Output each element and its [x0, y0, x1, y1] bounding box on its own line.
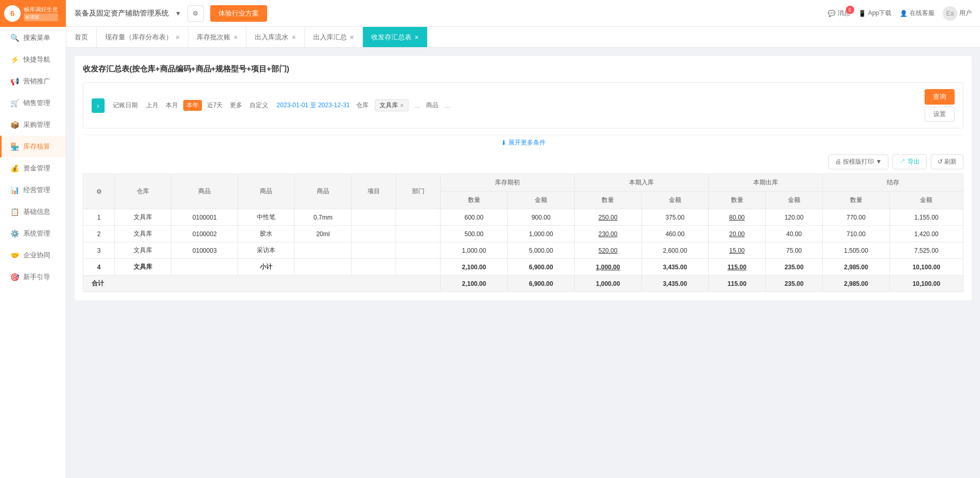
th-amt-open: 金额	[507, 192, 574, 209]
cell-code: 0100001	[171, 209, 238, 226]
sidebar-logo: 6 畅库调好生意 标准版	[0, 0, 66, 27]
cell-goods: 小计	[238, 259, 295, 276]
sidebar-icon-quick: ⚡	[10, 55, 19, 64]
sidebar-item-sales[interactable]: 🛒 销售管理	[0, 92, 66, 114]
cell-amt-open: 1,000.00	[507, 226, 574, 242]
cell-dept	[396, 242, 441, 259]
sidebar-label-inventory: 库存核算	[23, 142, 50, 151]
tab-summary[interactable]: 出入库汇总×	[305, 27, 363, 48]
cell-amt-open: 5,000.00	[507, 242, 574, 259]
trial-btn[interactable]: 体验行业方案	[210, 5, 267, 22]
sidebar-icon-system: ⚙️	[10, 229, 19, 238]
sidebar-item-finance[interactable]: 💰 资金管理	[0, 157, 66, 179]
cell-amt-in: 375.00	[641, 209, 708, 226]
cell-qty-in[interactable]: 230.00	[575, 226, 641, 242]
th-group-in: 本期入库	[575, 174, 709, 192]
cell-project	[352, 226, 396, 242]
goods-more-btn[interactable]: ...	[445, 102, 450, 109]
cell-goods: 中性笔	[238, 209, 295, 226]
cell-amt-bal: 10,100.00	[889, 259, 963, 276]
sidebar-item-corp[interactable]: 🤝 企业协同	[0, 244, 66, 266]
footer-label: 合计	[83, 276, 441, 292]
th-amt-out: 金额	[766, 192, 823, 209]
export-icon: ↗	[899, 158, 905, 165]
cell-qty-out[interactable]: 80.00	[708, 209, 765, 226]
sidebar: 6 畅库调好生意 标准版 🔍 搜索菜单 ⚡ 快捷导航 📢 营销推广 🛒 销售管理…	[0, 0, 66, 478]
cell-qty-out[interactable]: 15.00	[708, 242, 765, 259]
tab-label-stock_dist: 现存量（库存分布表）	[105, 33, 172, 42]
tab-label-receive_send: 收发存汇总表	[371, 33, 412, 42]
cell-dept	[396, 226, 441, 242]
user-menu[interactable]: Ea 用户	[943, 6, 972, 21]
sidebar-item-search[interactable]: 🔍 搜索菜单	[0, 27, 66, 49]
refresh-btn[interactable]: ↺ 刷新	[931, 154, 963, 169]
settings-icon[interactable]: ⚙	[187, 5, 204, 22]
table-row: 3 文具库 0100003 采访本 1,000.00 5,000.00 520.…	[83, 242, 963, 259]
expand-more-btn[interactable]: ⬇ 展开更多条件	[83, 135, 963, 150]
cell-qty-bal: 2,985.00	[823, 259, 889, 276]
sidebar-label-corp: 企业协同	[23, 251, 50, 260]
filter-toggle-btn[interactable]: ›	[92, 98, 105, 113]
app-icon: 📱	[858, 10, 866, 17]
sidebar-item-quick[interactable]: ⚡ 快捷导航	[0, 49, 66, 70]
messages-btn[interactable]: 💬 消息 6	[828, 9, 850, 18]
cell-amt-in: 460.00	[641, 226, 708, 242]
tab-flow[interactable]: 出入库流水×	[246, 27, 304, 48]
date-btn-this-year[interactable]: 本年	[183, 100, 202, 111]
sidebar-item-basic[interactable]: 📋 基础信息	[0, 201, 66, 223]
sidebar-item-inventory[interactable]: 🏪 库存核算	[0, 136, 66, 157]
tab-close-receive_send[interactable]: ×	[415, 34, 419, 41]
cell-qty-in[interactable]: 520.00	[575, 242, 641, 259]
date-btn-last-month[interactable]: 上月	[144, 100, 160, 111]
tab-label-batch: 库存批次账	[197, 33, 230, 42]
sidebar-label-guide: 新手引导	[23, 272, 50, 282]
brand-badge: 标准版	[24, 13, 58, 21]
th-goods: 商品	[238, 174, 295, 209]
cell-project	[352, 259, 396, 276]
cell-qty-in[interactable]: 1,000.00	[575, 259, 641, 276]
th-code: 商品	[171, 174, 238, 209]
warehouse-remove-btn[interactable]: ×	[400, 102, 404, 109]
app-download-btn[interactable]: 📱 App下载	[858, 9, 891, 18]
settings-btn[interactable]: 设置	[925, 107, 955, 122]
online-service-btn[interactable]: 👤 在线客服	[900, 9, 934, 18]
th-amt-in: 金额	[641, 192, 708, 209]
sidebar-item-system[interactable]: ⚙️ 系统管理	[0, 223, 66, 244]
cell-project	[352, 209, 396, 226]
cell-qty-out[interactable]: 20.00	[708, 226, 765, 242]
sidebar-item-business[interactable]: 📊 经营管理	[0, 179, 66, 201]
date-btn-this-month[interactable]: 本月	[164, 100, 180, 111]
tab-batch[interactable]: 库存批次账×	[188, 27, 246, 48]
sidebar-item-marketing[interactable]: 📢 营销推广	[0, 70, 66, 92]
tab-label-summary: 出入库汇总	[313, 33, 347, 42]
tab-stock_dist[interactable]: 现存量（库存分布表）×	[97, 27, 188, 48]
system-dropdown[interactable]: ▼	[175, 10, 181, 17]
date-btn-7days[interactable]: 近7天	[205, 100, 225, 111]
query-btn[interactable]: 查询	[925, 89, 955, 105]
sidebar-label-marketing: 营销推广	[23, 77, 50, 86]
cell-qty-in[interactable]: 250.00	[575, 209, 641, 226]
footer-qty-out: 115.00	[708, 276, 765, 292]
export-btn[interactable]: ↗ 导出	[893, 154, 926, 169]
th-settings[interactable]: ⚙	[83, 174, 115, 209]
date-btn-more[interactable]: 更多	[228, 100, 244, 111]
tab-home[interactable]: 首页	[66, 27, 97, 48]
tab-close-flow[interactable]: ×	[291, 34, 296, 41]
tab-receive_send[interactable]: 收发存汇总表×	[363, 27, 428, 48]
date-btn-custom[interactable]: 自定义	[247, 100, 270, 111]
tab-close-batch[interactable]: ×	[233, 34, 238, 41]
sidebar-icon-guide: 🎯	[10, 272, 19, 282]
warehouse-more-btn[interactable]: ...	[415, 102, 420, 109]
date-label: 记账日期	[113, 101, 138, 110]
th-qty-out: 数量	[708, 192, 765, 209]
print-btn[interactable]: 🖨 按模版打印 ▼	[828, 154, 889, 169]
tab-close-summary[interactable]: ×	[350, 34, 354, 41]
cell-qty-out[interactable]: 115.00	[708, 259, 765, 276]
sidebar-label-quick: 快捷导航	[23, 55, 50, 64]
toolbar: 🖨 按模版打印 ▼ ↗ 导出 ↺ 刷新	[83, 154, 963, 169]
cell-warehouse: 文具库	[115, 242, 171, 259]
avatar: Ea	[943, 6, 957, 21]
sidebar-item-guide[interactable]: 🎯 新手引导	[0, 266, 66, 288]
tab-close-stock_dist[interactable]: ×	[175, 34, 180, 41]
sidebar-item-purchase[interactable]: 📦 采购管理	[0, 114, 66, 136]
